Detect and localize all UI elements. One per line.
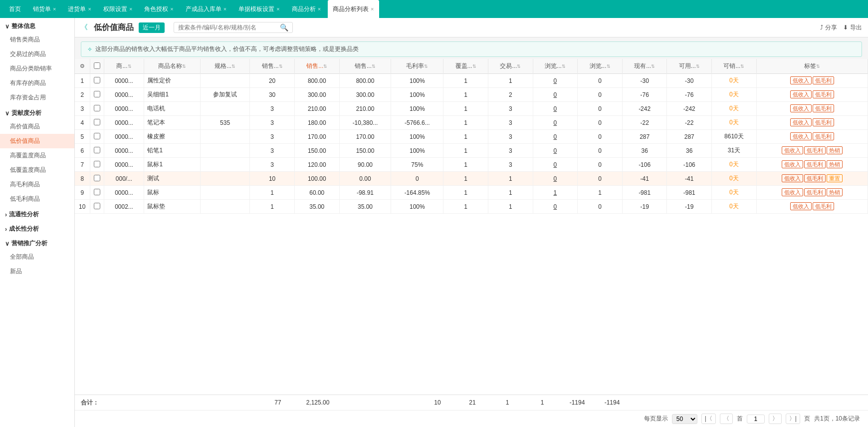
row-checkbox-cell[interactable] — [90, 144, 104, 158]
row-q7[interactable]: 0 — [533, 74, 578, 88]
row-checkbox-cell[interactable] — [90, 102, 104, 116]
browse-link[interactable]: 0 — [554, 91, 557, 98]
col-trade[interactable]: 交易...⇅ — [488, 59, 533, 74]
nav-template-settings[interactable]: 单据模板设置 × — [233, 0, 284, 18]
col-stock-available[interactable]: 可用...⇅ — [667, 59, 712, 74]
close-icon[interactable]: × — [276, 6, 279, 12]
sidebar-item-traded-products[interactable]: 交易过的商品 — [0, 47, 74, 61]
per-page-select[interactable]: 50 100 200 — [672, 414, 697, 424]
row-checkbox-cell[interactable] — [90, 172, 104, 186]
sidebar-item-high-coverage[interactable]: 高覆盖度商品 — [0, 148, 74, 163]
row-checkbox-cell[interactable] — [90, 116, 104, 130]
row-checkbox-cell[interactable] — [90, 74, 104, 88]
export-button[interactable]: ⬇ 导出 — [843, 23, 862, 32]
row-checkbox[interactable] — [94, 119, 100, 125]
search-icon[interactable]: 🔍 — [280, 23, 288, 31]
page-number-input[interactable] — [747, 415, 765, 424]
col-stock-saleable[interactable]: 可销...⇅ — [712, 59, 757, 74]
sidebar-item-inventory-capital[interactable]: 库存资金占用 — [0, 90, 74, 105]
browse-link[interactable]: 0 — [554, 105, 557, 112]
nav-product-analysis[interactable]: 商品分析 × — [287, 0, 326, 18]
browse-link[interactable]: 0 — [554, 161, 557, 168]
row-checkbox[interactable] — [94, 91, 100, 97]
time-tag-button[interactable]: 近一月 — [139, 22, 165, 33]
sidebar-item-all-products[interactable]: 全部商品 — [0, 250, 74, 264]
row-checkbox[interactable] — [94, 147, 100, 153]
row-checkbox-cell[interactable] — [90, 130, 104, 144]
browse-link[interactable]: 1 — [554, 189, 557, 196]
close-icon[interactable]: × — [371, 6, 374, 12]
collapse-button[interactable]: 《 — [81, 23, 88, 32]
browse-link[interactable]: 0 — [554, 119, 557, 126]
col-tags[interactable]: 标签⇅ — [756, 59, 868, 74]
close-icon[interactable]: × — [129, 6, 132, 12]
row-checkbox[interactable] — [94, 175, 100, 181]
row-checkbox[interactable] — [94, 203, 100, 209]
col-stock-current[interactable]: 现有...⇅ — [622, 59, 667, 74]
row-q7[interactable]: 0 — [533, 158, 578, 172]
col-coverage[interactable]: 覆盖...⇅ — [443, 59, 488, 74]
row-checkbox[interactable] — [94, 105, 100, 111]
row-checkbox-cell[interactable] — [90, 186, 104, 200]
col-browse2[interactable]: 浏览...⇅ — [578, 59, 623, 74]
nav-roles[interactable]: 角色授权 × — [139, 0, 178, 18]
row-q7[interactable]: 0 — [533, 130, 578, 144]
next-page-button[interactable]: 〉 — [769, 414, 782, 424]
sidebar-item-low-margin[interactable]: 低毛利商品 — [0, 192, 74, 206]
col-name[interactable]: 商品名称⇅ — [144, 59, 200, 74]
row-checkbox[interactable] — [94, 133, 100, 139]
nav-permissions[interactable]: 权限设置 × — [98, 0, 137, 18]
close-icon[interactable]: × — [88, 6, 91, 12]
col-sales-amt[interactable]: 销售...⇅ — [294, 59, 339, 74]
sidebar-group-overall[interactable]: ∨ 整体信息 — [0, 18, 74, 32]
row-q7[interactable]: 0 — [533, 200, 578, 214]
close-icon[interactable]: × — [170, 6, 173, 12]
sidebar-item-stocked-products[interactable]: 有库存的商品 — [0, 76, 74, 90]
sidebar-group-circulation[interactable]: › 流通性分析 — [0, 206, 74, 221]
close-icon[interactable]: × — [223, 6, 226, 12]
sidebar-item-new-products[interactable]: 新品 — [0, 264, 74, 279]
row-checkbox-cell[interactable] — [90, 88, 104, 102]
search-input[interactable] — [178, 24, 278, 31]
sidebar-group-contribution[interactable]: ∨ 贡献度分析 — [0, 105, 74, 119]
close-icon[interactable]: × — [318, 6, 321, 12]
row-q7[interactable]: 0 — [533, 144, 578, 158]
row-q7[interactable]: 0 — [533, 172, 578, 186]
row-q7[interactable]: 0 — [533, 88, 578, 102]
col-code[interactable]: 商...⇅ — [104, 59, 144, 74]
row-checkbox[interactable] — [94, 161, 100, 167]
nav-finished-goods[interactable]: 产成品入库单 × — [181, 0, 231, 18]
share-button[interactable]: ⤴ 分享 — [820, 23, 837, 32]
sidebar-item-category-sales-rate[interactable]: 商品分类助销率 — [0, 61, 74, 76]
col-margin[interactable]: 毛利率⇅ — [391, 59, 443, 74]
sidebar-item-high-value[interactable]: 高价值商品 — [0, 119, 74, 134]
sidebar-item-low-value[interactable]: 低价值商品 — [0, 134, 74, 148]
row-checkbox-cell[interactable] — [90, 158, 104, 172]
sidebar-item-high-margin[interactable]: 高毛利商品 — [0, 177, 74, 192]
sidebar-item-sales-products[interactable]: 销售类商品 — [0, 32, 74, 47]
row-checkbox[interactable] — [94, 77, 100, 83]
row-checkbox-cell[interactable] — [90, 200, 104, 214]
browse-link[interactable]: 0 — [554, 133, 557, 140]
browse-link[interactable]: 0 — [554, 203, 557, 210]
row-q7[interactable]: 0 — [533, 102, 578, 116]
nav-sales[interactable]: 销货单 × — [28, 0, 61, 18]
row-checkbox[interactable] — [94, 189, 100, 195]
col-spec[interactable]: 规格...⇅ — [200, 59, 249, 74]
nav-home[interactable]: 首页 — [4, 0, 26, 18]
col-browse1[interactable]: 浏览...⇅ — [533, 59, 578, 74]
select-all-checkbox[interactable] — [94, 62, 100, 69]
sidebar-group-growth[interactable]: › 成长性分析 — [0, 221, 74, 235]
close-icon[interactable]: × — [53, 6, 56, 12]
row-q7[interactable]: 0 — [533, 116, 578, 130]
sidebar-group-marketing[interactable]: ∨ 营销推广分析 — [0, 235, 74, 250]
row-q7[interactable]: 1 — [533, 186, 578, 200]
prev-page-button[interactable]: 〈 — [720, 414, 733, 424]
browse-link[interactable]: 0 — [554, 77, 557, 84]
col-sales-profit[interactable]: 销售...⇅ — [339, 59, 391, 74]
sidebar-item-low-coverage[interactable]: 低覆盖度商品 — [0, 163, 74, 177]
col-sales-q[interactable]: 销售...⇅ — [250, 59, 295, 74]
nav-product-analysis-list[interactable]: 商品分析列表 × — [328, 0, 379, 18]
browse-link[interactable]: 0 — [554, 175, 557, 182]
browse-link[interactable]: 0 — [554, 147, 557, 154]
